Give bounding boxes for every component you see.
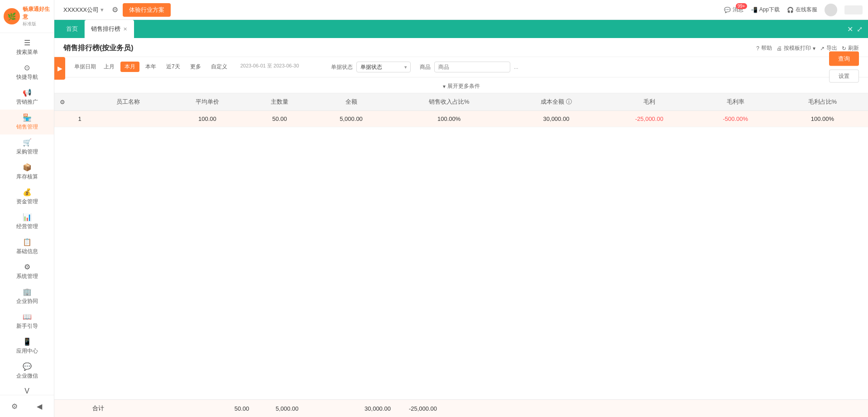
sidebar-item-marketing[interactable]: 📢 营销推广 xyxy=(0,85,54,110)
print-icon: 🖨 xyxy=(777,45,782,52)
apps-icon: 📱 xyxy=(23,337,32,346)
date-range-text: 2023-06-01 至 2023-06-30 xyxy=(240,62,299,69)
refresh-button[interactable]: ↻ 刷新 xyxy=(842,44,859,52)
sidebar-item-member[interactable]: V 畅会员 xyxy=(0,383,54,395)
row-cost: 30,000.00 xyxy=(508,111,604,127)
sidebar-item-inventory[interactable]: 📦 库存核算 xyxy=(0,159,54,184)
sales-icon: 🏪 xyxy=(23,113,32,122)
col-cost: 成本全额 ⓘ xyxy=(508,93,604,111)
online-service-button[interactable]: 🎧 在线客服 xyxy=(787,6,817,14)
expand-more-row: ▾ 展开更多条件 xyxy=(54,80,868,93)
tab-close-icon[interactable]: ✕ xyxy=(123,26,127,32)
content-area: 销售排行榜(按业务员) ? 帮助 🖨 按模板打印 ▾ ↗ 导出 ↻ 刷新 xyxy=(54,38,868,417)
sidebar-settings-button[interactable]: ⚙ xyxy=(7,399,22,413)
sidebar-item-apps[interactable]: 📱 应用中心 xyxy=(0,334,54,359)
tab-home[interactable]: 首页 xyxy=(60,20,85,38)
wechat-icon: 💬 xyxy=(23,362,32,371)
last-month-button[interactable]: 上月 xyxy=(100,62,119,72)
system-icon: ⚙ xyxy=(24,263,30,271)
last-7days-button[interactable]: 近7天 xyxy=(162,62,184,72)
logo-icon: 🌿 xyxy=(4,8,20,24)
table-row: 1 100.00 50.00 5,000.00 100.00% 30,000.0… xyxy=(54,111,868,127)
sidebar-item-enterprise[interactable]: 🏢 企业协同 xyxy=(0,284,54,309)
page-title: 销售排行榜(按业务员) xyxy=(63,43,134,53)
sidebar-bottom: ⚙ ◀ xyxy=(0,395,54,417)
collapse-icon: ◀ xyxy=(37,402,42,411)
filter-bar-wrapper: 单据日期 上月 本月 本年 近7天 更多 自定义 2023-06-01 至 20… xyxy=(65,57,868,77)
sidebar-item-wechat[interactable]: 💬 企业微信 xyxy=(0,359,54,383)
row-gross: -25,000.00 xyxy=(604,111,694,127)
help-icon: ? xyxy=(756,45,759,52)
message-button[interactable]: 💬 消息 99+ xyxy=(724,6,743,14)
query-button[interactable]: 查询 xyxy=(829,52,859,66)
sidebar-settings-icon: ⚙ xyxy=(11,402,18,411)
tab-sales-ranking[interactable]: 销售排行榜 ✕ xyxy=(85,20,134,38)
date-quick-buttons: 上月 本月 本年 近7天 更多 自定义 xyxy=(100,62,231,72)
message-icon: 💬 xyxy=(724,7,731,13)
filter-right-buttons: 查询 设置 xyxy=(829,52,859,83)
filter-collapse-button[interactable]: ▶ xyxy=(54,57,65,80)
row-name xyxy=(89,111,168,127)
status-filter-group: 单据状态 单据状态 xyxy=(331,62,411,72)
help-button[interactable]: ? 帮助 xyxy=(756,44,772,52)
table-body: 1 100.00 50.00 5,000.00 100.00% 30,000.0… xyxy=(54,111,868,127)
row-settings xyxy=(54,111,71,127)
refresh-icon: ↻ xyxy=(842,45,846,52)
date-range-display: 2023-06-01 至 2023-06-30 xyxy=(240,62,322,69)
sidebar-collapse-button[interactable]: ◀ xyxy=(32,399,47,413)
row-amount: 5,000.00 xyxy=(312,111,390,127)
sidebar-item-guide[interactable]: 📖 新手引导 xyxy=(0,309,54,334)
sidebar-item-purchase[interactable]: 🛒 采购管理 xyxy=(0,134,54,159)
row-rank: 1 xyxy=(71,111,89,127)
export-button[interactable]: ↗ 导出 xyxy=(820,44,837,52)
print-button[interactable]: 🖨 按模板打印 ▾ xyxy=(777,44,815,52)
sidebar-item-sales[interactable]: 🏪 销售管理 xyxy=(0,110,54,134)
company-settings-button[interactable]: ⚙ xyxy=(112,5,118,14)
expand-more-button[interactable]: ▾ 展开更多条件 xyxy=(443,82,480,90)
status-select[interactable]: 单据状态 xyxy=(356,62,411,72)
footer-cost: 30,000.00 xyxy=(355,405,400,412)
filter-row: ▶ 单据日期 上月 本月 本年 近7天 更多 自定义 xyxy=(54,57,868,80)
sidebar-item-search[interactable]: ☰ 搜索菜单 xyxy=(0,35,54,60)
inventory-icon: 📦 xyxy=(23,163,32,172)
tab-close-all-icon[interactable]: ✕ xyxy=(847,25,853,34)
row-gross-rate: -500.00% xyxy=(694,111,777,127)
row-gross-pct: 100.00% xyxy=(777,111,868,127)
sidebar-item-shortcuts[interactable]: ⊙ 快捷导航 xyxy=(0,60,54,85)
user-avatar[interactable] xyxy=(825,4,837,16)
collapse-arrow-icon: ▶ xyxy=(58,65,62,72)
table-settings-icon[interactable]: ⚙ xyxy=(60,99,65,105)
sidebar-item-finance[interactable]: 💰 资金管理 xyxy=(0,184,54,209)
current-year-button[interactable]: 本年 xyxy=(141,62,160,72)
member-icon: V xyxy=(24,387,29,395)
more-date-button[interactable]: 更多 xyxy=(186,62,205,72)
custom-date-button[interactable]: 自定义 xyxy=(207,62,231,72)
row-sales-pct: 100.00% xyxy=(390,111,508,127)
marketing-icon: 📢 xyxy=(23,88,32,97)
col-avg-price: 平均单价 xyxy=(168,93,247,111)
sidebar-nav: ☰ 搜索菜单 ⊙ 快捷导航 📢 营销推广 🏪 销售管理 🛒 采购管理 📦 库存核… xyxy=(0,33,54,395)
tab-maximize-icon[interactable]: ⤢ xyxy=(857,25,863,34)
company-selector[interactable]: XXXXXX公司 ▾ xyxy=(60,4,107,16)
trial-button[interactable]: 体验行业方案 xyxy=(123,3,171,17)
purchase-icon: 🛒 xyxy=(23,138,32,147)
app-download-button[interactable]: 📲 App下载 xyxy=(751,6,780,14)
operations-icon: 📊 xyxy=(23,213,32,221)
goods-more-button[interactable]: ... xyxy=(514,64,518,70)
data-table: ⚙ 员工名称 平均单价 主数量 全额 销售收入占比% 成本全额 ⓘ 毛利 毛利率… xyxy=(54,93,868,127)
table-header-row: ⚙ 员工名称 平均单价 主数量 全额 销售收入占比% 成本全额 ⓘ 毛利 毛利率… xyxy=(54,93,868,111)
col-settings: ⚙ xyxy=(54,93,71,111)
page-header: 销售排行榜(按业务员) ? 帮助 🖨 按模板打印 ▾ ↗ 导出 ↻ 刷新 xyxy=(54,38,868,57)
col-gross-rate: 毛利率 xyxy=(694,93,777,111)
tab-bar: 首页 销售排行榜 ✕ ✕ ⤢ xyxy=(54,20,868,38)
sidebar-item-operations[interactable]: 📊 经营管理 xyxy=(0,209,54,234)
date-filter-group: 单据日期 上月 本月 本年 近7天 更多 自定义 xyxy=(74,62,231,72)
filter-settings-button[interactable]: 设置 xyxy=(829,70,859,83)
sidebar-item-basic[interactable]: 📋 基础信息 xyxy=(0,234,54,259)
current-month-button[interactable]: 本月 xyxy=(120,62,139,72)
col-sales-pct: 销售收入占比% xyxy=(390,93,508,111)
goods-input[interactable] xyxy=(434,62,510,72)
sidebar-item-system[interactable]: ⚙ 系统管理 xyxy=(0,259,54,284)
company-dropdown-icon: ▾ xyxy=(101,6,104,13)
col-quantity: 主数量 xyxy=(247,93,312,111)
